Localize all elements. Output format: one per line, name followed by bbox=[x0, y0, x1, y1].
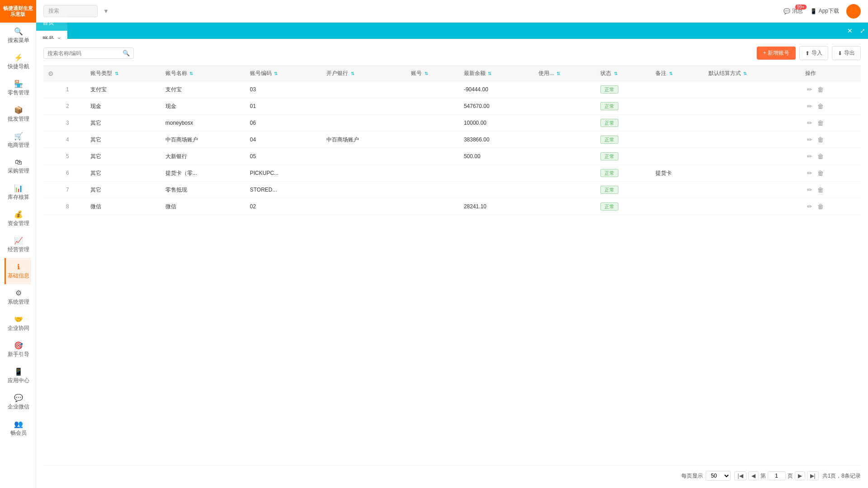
column-settings-icon[interactable]: ⚙ bbox=[48, 70, 54, 77]
sidebar-label-member: 畅会员 bbox=[10, 430, 27, 436]
row-name-cell: 支付宝 bbox=[161, 81, 245, 98]
row-num-cell: 2 bbox=[61, 98, 86, 115]
edit-button[interactable]: ✏ bbox=[805, 169, 814, 178]
topbar-dropdown-icon[interactable]: ▼ bbox=[103, 8, 109, 14]
message-button[interactable]: 💬 消息 99+ bbox=[783, 7, 803, 15]
sidebar-item-inventory[interactable]: 📊库存核算 bbox=[5, 179, 31, 206]
col-settlement[interactable]: 默认结算方式 ⇅ bbox=[704, 66, 801, 81]
row-type-cell: 现金 bbox=[86, 98, 160, 115]
sidebar-label-wholesale: 批发管理 bbox=[8, 116, 29, 122]
sidebar-item-corpwechat[interactable]: 💬企业微信 bbox=[5, 389, 31, 415]
row-status-cell: 正常 bbox=[596, 81, 651, 98]
edit-button[interactable]: ✏ bbox=[805, 202, 814, 211]
sidebar-item-member[interactable]: 👥畅会员 bbox=[5, 415, 31, 441]
search-icon[interactable]: 🔍 bbox=[123, 50, 130, 56]
next-page-button[interactable]: ▶ bbox=[795, 471, 805, 480]
delete-button[interactable]: 🗑 bbox=[816, 169, 826, 178]
col-status[interactable]: 状态 ⇅ bbox=[596, 66, 651, 81]
row-name-cell: 现金 bbox=[161, 98, 245, 115]
sidebar-item-retail[interactable]: 🏪零售管理 bbox=[5, 75, 31, 101]
sidebar-item-guide[interactable]: 🎯新手引导 bbox=[5, 337, 31, 363]
nav-icon-purchase: 🛍 bbox=[8, 158, 29, 166]
avatar[interactable] bbox=[846, 4, 861, 19]
delete-button[interactable]: 🗑 bbox=[816, 102, 826, 111]
sidebar-item-purchase[interactable]: 🛍采购管理 bbox=[5, 154, 31, 179]
maximize-button[interactable]: ⤢ bbox=[857, 27, 868, 34]
table-row: 2 现金 现金 01 547670.00 正常 ✏ 🗑 bbox=[43, 98, 861, 115]
export-button[interactable]: ⬇ 导出 bbox=[832, 46, 861, 60]
col-bank[interactable]: 开户银行 ⇅ bbox=[322, 66, 406, 81]
page-number-input[interactable] bbox=[768, 471, 786, 480]
sidebar-item-basic[interactable]: ℹ基础信息 bbox=[5, 258, 31, 284]
status-badge: 正常 bbox=[600, 152, 618, 160]
row-status-cell: 正常 bbox=[596, 115, 651, 131]
col-account[interactable]: 账号 ⇅ bbox=[406, 66, 459, 81]
col-action: 操作 bbox=[801, 66, 861, 81]
sidebar: 畅捷通财生意 乐意版 🔍搜索菜单⚡快捷导航🏪零售管理📦批发管理🛒电商管理🛍采购管… bbox=[0, 0, 36, 488]
last-page-button[interactable]: ▶| bbox=[807, 471, 819, 480]
edit-button[interactable]: ✏ bbox=[805, 118, 814, 127]
sidebar-label-guide: 新手引导 bbox=[8, 351, 29, 357]
sidebar-item-operation[interactable]: 📈经营管理 bbox=[5, 232, 31, 258]
table-row: 7 其它 零售抵现 STORED... 正常 ✏ 🗑 bbox=[43, 182, 861, 198]
row-account-cell bbox=[406, 198, 459, 215]
row-note-cell bbox=[651, 182, 704, 198]
tab-home[interactable]: 首页 bbox=[36, 14, 67, 31]
col-type[interactable]: 账号类型 ⇅ bbox=[86, 66, 160, 81]
delete-button[interactable]: 🗑 bbox=[816, 202, 826, 211]
app-download-button[interactable]: 📱 App下载 bbox=[810, 7, 839, 15]
row-account-cell bbox=[406, 98, 459, 115]
row-settlement-cell bbox=[704, 198, 801, 215]
page-of-label: 页 bbox=[788, 472, 793, 480]
row-action-cell: ✏ 🗑 bbox=[801, 198, 861, 215]
edit-button[interactable]: ✏ bbox=[805, 135, 814, 144]
col-name[interactable]: 账号名称 ⇅ bbox=[161, 66, 245, 81]
nav-icon-guide: 🎯 bbox=[8, 341, 29, 350]
table-row: 5 其它 大新银行 05 500.00 正常 ✏ 🗑 bbox=[43, 148, 861, 165]
nav-icon-inventory: 📊 bbox=[8, 184, 29, 192]
row-bank-cell bbox=[322, 98, 406, 115]
sidebar-item-search[interactable]: 🔍搜索菜单 bbox=[5, 23, 31, 49]
row-code-cell: 02 bbox=[245, 198, 322, 215]
page-size-select[interactable]: 50 100 bbox=[706, 471, 731, 481]
row-usage-cell bbox=[534, 165, 596, 182]
edit-button[interactable]: ✏ bbox=[805, 102, 814, 111]
export-icon: ⬇ bbox=[838, 50, 842, 56]
edit-button[interactable]: ✏ bbox=[805, 152, 814, 161]
sidebar-item-system[interactable]: ⚙系统管理 bbox=[5, 284, 31, 310]
row-note-cell bbox=[651, 198, 704, 215]
sidebar-item-shortcut[interactable]: ⚡快捷导航 bbox=[5, 49, 31, 75]
row-name-cell: moneybosx bbox=[161, 115, 245, 131]
sidebar-item-appcenter[interactable]: 📱应用中心 bbox=[5, 363, 31, 389]
new-account-button[interactable]: + 新增账号 bbox=[757, 47, 796, 60]
row-note-cell: 提货卡 bbox=[651, 165, 704, 182]
col-note[interactable]: 备注 ⇅ bbox=[651, 66, 704, 81]
delete-button[interactable]: 🗑 bbox=[816, 185, 826, 194]
col-usage[interactable]: 使用... ⇅ bbox=[534, 66, 596, 81]
first-page-button[interactable]: |◀ bbox=[734, 471, 746, 480]
row-settings-cell bbox=[43, 81, 61, 98]
row-account-cell bbox=[406, 131, 459, 148]
col-settings[interactable]: ⚙ bbox=[43, 66, 61, 81]
delete-button[interactable]: 🗑 bbox=[816, 152, 826, 161]
close-tab-button[interactable]: ✕ bbox=[844, 27, 855, 34]
delete-button[interactable]: 🗑 bbox=[816, 85, 826, 94]
col-code[interactable]: 账号编码 ⇅ bbox=[245, 66, 322, 81]
prev-page-button[interactable]: ◀ bbox=[748, 471, 759, 480]
sidebar-item-ecommerce[interactable]: 🛒电商管理 bbox=[5, 127, 31, 154]
row-code-cell: PICKUPC... bbox=[245, 165, 322, 182]
delete-button[interactable]: 🗑 bbox=[816, 118, 826, 127]
sidebar-item-enterprise[interactable]: 🤝企业协同 bbox=[5, 310, 31, 337]
row-bank-cell: 中百商场账户 bbox=[322, 131, 406, 148]
sidebar-item-wholesale[interactable]: 📦批发管理 bbox=[5, 101, 31, 127]
sidebar-item-capital[interactable]: 💰资金管理 bbox=[5, 206, 31, 232]
row-balance-cell: 547670.00 bbox=[459, 98, 534, 115]
edit-button[interactable]: ✏ bbox=[805, 185, 814, 194]
nav-icon-shortcut: ⚡ bbox=[8, 53, 29, 62]
delete-button[interactable]: 🗑 bbox=[816, 135, 826, 144]
account-search-input[interactable] bbox=[47, 50, 123, 56]
col-balance[interactable]: 最新余额 ⇅ bbox=[459, 66, 534, 81]
import-button[interactable]: ⬆ 导入 bbox=[799, 46, 828, 60]
edit-button[interactable]: ✏ bbox=[805, 85, 814, 94]
row-account-cell bbox=[406, 182, 459, 198]
